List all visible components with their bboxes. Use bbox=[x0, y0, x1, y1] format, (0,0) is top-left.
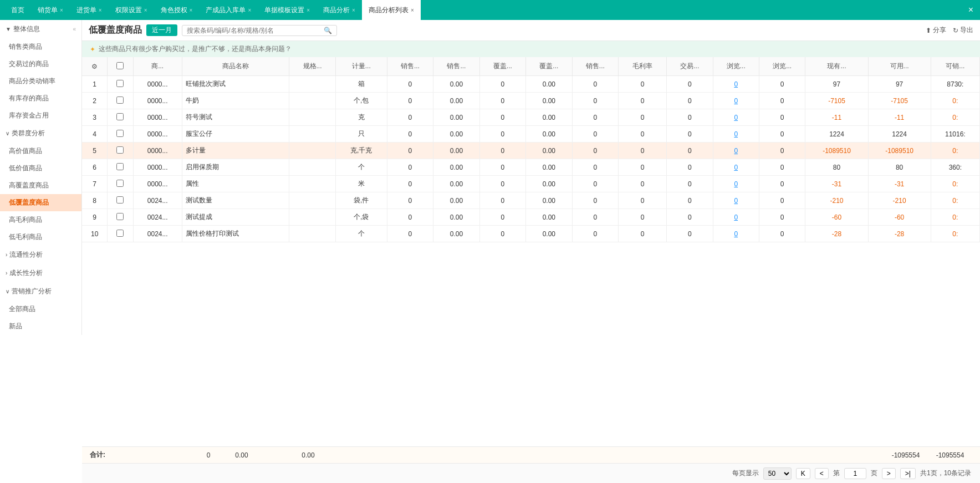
col-check-all[interactable] bbox=[108, 57, 133, 76]
sidebar-item-traded-goods[interactable]: 交易过的商品 bbox=[0, 55, 81, 73]
nav-purchase-order[interactable]: 进货单 × bbox=[70, 0, 109, 20]
export-button[interactable]: ↻ 导出 bbox=[953, 26, 973, 35]
footer-coverage2: 0.00 bbox=[292, 451, 325, 459]
row-browse1[interactable]: 0 bbox=[713, 76, 759, 93]
nav-close-purchase[interactable]: × bbox=[99, 7, 102, 13]
table-container[interactable]: ⚙ 商... 商品名称 规格... 计量... 销售... 销售... 覆盖..… bbox=[82, 57, 980, 446]
row-browse1[interactable]: 0 bbox=[713, 126, 759, 143]
nav-sales-order[interactable]: 销货单 × bbox=[31, 0, 70, 20]
export-icon: ↻ bbox=[953, 27, 958, 34]
next-page-btn[interactable]: > bbox=[882, 468, 896, 479]
page-size-select[interactable]: 10 20 50 100 bbox=[763, 467, 792, 480]
row-gross-margin: 0 bbox=[619, 109, 667, 126]
sidebar-item-category-rate[interactable]: 商品分类动销率 bbox=[0, 73, 81, 90]
table-row: 1 0000... 旺铺批次测试 箱 0 0.00 0 0.00 0 0 0 0… bbox=[82, 76, 980, 93]
row-sellable: 360: bbox=[931, 159, 979, 176]
row-coverage2: 0.00 bbox=[526, 159, 572, 176]
row-checkbox[interactable] bbox=[108, 109, 133, 126]
sidebar-item-sales-goods[interactable]: 销售类商品 bbox=[0, 38, 81, 55]
sidebar-section-overview[interactable]: ▼ 整体信息 « bbox=[0, 20, 81, 38]
nav-home[interactable]: 首页 bbox=[4, 0, 31, 20]
nav-product-analysis[interactable]: 商品分析 × bbox=[317, 0, 362, 20]
sidebar-item-high-coverage[interactable]: 高覆盖度商品 bbox=[0, 177, 81, 194]
sidebar-item-low-coverage[interactable]: 低覆盖度商品 bbox=[0, 194, 81, 211]
sidebar-section-marketing[interactable]: ∨ 营销推广分析 bbox=[0, 282, 81, 301]
row-browse2: 0 bbox=[759, 192, 805, 209]
row-browse1[interactable]: 0 bbox=[713, 109, 759, 126]
row-checkbox[interactable] bbox=[108, 209, 133, 226]
row-unit: 箱 bbox=[335, 76, 387, 93]
row-checkbox[interactable] bbox=[108, 76, 133, 93]
sidebar-item-all-goods[interactable]: 全部商品 bbox=[0, 301, 81, 318]
section-arrow-marketing: ∨ bbox=[6, 288, 9, 294]
search-icon[interactable]: 🔍 bbox=[324, 27, 332, 34]
row-checkbox[interactable] bbox=[108, 126, 133, 143]
row-no: 10 bbox=[82, 226, 108, 242]
last-page-btn[interactable]: >| bbox=[900, 468, 916, 479]
row-current-stock: 1224 bbox=[805, 126, 868, 143]
nav-product-storage[interactable]: 产成品入库单 × bbox=[199, 0, 258, 20]
nav-close-sales[interactable]: × bbox=[60, 7, 63, 13]
search-input[interactable] bbox=[187, 27, 324, 34]
sidebar-item-new-goods[interactable]: 新品 bbox=[0, 318, 81, 335]
first-page-btn[interactable]: K bbox=[796, 468, 810, 479]
row-coverage1: 0 bbox=[479, 209, 525, 226]
sidebar-item-low-value[interactable]: 低价值商品 bbox=[0, 160, 81, 177]
nav-product-analysis-list[interactable]: 商品分析列表 × bbox=[362, 0, 421, 20]
nav-close-analysis-list[interactable]: × bbox=[411, 7, 414, 13]
row-unit: 米 bbox=[335, 176, 387, 192]
nav-close-template[interactable]: × bbox=[307, 7, 310, 13]
row-code: 0000... bbox=[133, 176, 182, 192]
nav-close-analysis[interactable]: × bbox=[352, 7, 355, 13]
row-code: 0000... bbox=[133, 126, 182, 143]
row-checkbox[interactable] bbox=[108, 176, 133, 192]
row-checkbox[interactable] bbox=[108, 192, 133, 209]
nav-close-storage[interactable]: × bbox=[248, 7, 251, 13]
row-code: 0000... bbox=[133, 93, 182, 109]
row-name: 服宝公仔 bbox=[182, 126, 289, 143]
row-current-stock: -28 bbox=[805, 226, 868, 242]
col-settings[interactable]: ⚙ bbox=[82, 57, 108, 76]
share-button[interactable]: ⬆ 分享 bbox=[926, 26, 946, 35]
sidebar-item-high-margin[interactable]: 高毛利商品 bbox=[0, 211, 81, 228]
time-filter-button[interactable]: 近一月 bbox=[146, 24, 177, 36]
row-checkbox[interactable] bbox=[108, 226, 133, 242]
nav-close-all-btn[interactable]: × bbox=[968, 6, 973, 14]
row-current-stock: -7105 bbox=[805, 93, 868, 109]
nav-close-permissions[interactable]: × bbox=[144, 7, 147, 13]
sidebar-item-stock-capital[interactable]: 库存资金占用 bbox=[0, 107, 81, 124]
row-browse1[interactable]: 0 bbox=[713, 192, 759, 209]
sidebar-section-growth[interactable]: › 成长性分析 bbox=[0, 264, 81, 282]
row-spec bbox=[289, 192, 335, 209]
row-checkbox[interactable] bbox=[108, 93, 133, 109]
prev-page-btn[interactable]: < bbox=[815, 468, 829, 479]
row-code: 0024... bbox=[133, 192, 182, 209]
nav-template-settings[interactable]: 单据模板设置 × bbox=[258, 0, 317, 20]
col-code-header: 商... bbox=[133, 57, 182, 76]
sidebar-item-stocked-goods[interactable]: 有库存的商品 bbox=[0, 90, 81, 107]
row-browse1[interactable]: 0 bbox=[713, 93, 759, 109]
row-spec bbox=[289, 209, 335, 226]
nav-permissions[interactable]: 权限设置 × bbox=[109, 0, 154, 20]
row-checkbox[interactable] bbox=[108, 143, 133, 159]
nav-role-auth[interactable]: 角色授权 × bbox=[154, 0, 200, 20]
row-browse1[interactable]: 0 bbox=[713, 176, 759, 192]
row-spec bbox=[289, 159, 335, 176]
row-available: 80 bbox=[868, 159, 931, 176]
nav-close-role[interactable]: × bbox=[190, 7, 193, 13]
sidebar-section-flow[interactable]: › 流通性分析 bbox=[0, 246, 81, 264]
check-all-checkbox[interactable] bbox=[116, 62, 124, 69]
page-number-input[interactable] bbox=[844, 468, 866, 479]
row-browse1[interactable]: 0 bbox=[713, 159, 759, 176]
sidebar-collapse-icon[interactable]: « bbox=[73, 26, 76, 32]
row-browse1[interactable]: 0 bbox=[713, 209, 759, 226]
row-checkbox[interactable] bbox=[108, 159, 133, 176]
sidebar-item-low-margin[interactable]: 低毛利商品 bbox=[0, 228, 81, 246]
row-browse1[interactable]: 0 bbox=[713, 143, 759, 159]
sidebar-section-cluster[interactable]: ∨ 类群度分析 bbox=[0, 124, 81, 143]
row-browse1[interactable]: 0 bbox=[713, 226, 759, 242]
table-row: 3 0000... 符号测试 克 0 0.00 0 0.00 0 0 0 0 0… bbox=[82, 109, 980, 126]
row-name: 符号测试 bbox=[182, 109, 289, 126]
sidebar-item-high-value[interactable]: 高价值商品 bbox=[0, 143, 81, 160]
row-transaction: 0 bbox=[667, 226, 713, 242]
